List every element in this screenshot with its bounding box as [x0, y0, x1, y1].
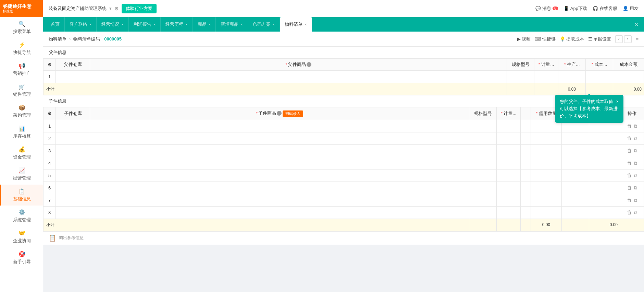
child-row-6-product[interactable]	[90, 182, 469, 194]
parent-product-info-icon[interactable]: i	[307, 62, 311, 67]
tooltip-close-button[interactable]: ×	[616, 98, 619, 105]
child-row-2-spec[interactable]	[469, 132, 497, 144]
parent-row-1-cost[interactable]	[586, 71, 613, 83]
single-settings-button[interactable]: ☰ 单据设置	[588, 36, 611, 42]
child-row-6-spec[interactable]	[469, 182, 497, 194]
nav-prev[interactable]: ‹	[615, 35, 623, 43]
child-row-4-product[interactable]	[90, 157, 469, 169]
child-row-3-product[interactable]	[90, 144, 469, 157]
child-row-2-qty[interactable]	[531, 132, 562, 144]
sidebar-item-basic[interactable]: 📋 基础信息	[0, 185, 43, 206]
try-button[interactable]: 体验行业方案	[122, 4, 157, 13]
parent-row-1-prod[interactable]	[558, 71, 586, 83]
child-row-7-unit[interactable]	[497, 194, 521, 206]
child-row-2-product[interactable]	[90, 132, 469, 144]
sidebar-item-inventory[interactable]: 📊 库存核算	[0, 122, 43, 143]
child-row-2-warehouse[interactable]	[56, 132, 90, 144]
child-row-7-product[interactable]	[90, 194, 469, 206]
shortcut-button[interactable]: ⌨ 快捷键	[535, 36, 556, 42]
nav-next[interactable]: ›	[624, 35, 632, 43]
child-row-4-spec[interactable]	[469, 157, 497, 169]
delete-icon-8[interactable]: 🗑	[627, 210, 632, 215]
sidebar-item-management[interactable]: 📈 经营管理	[0, 164, 43, 185]
user-menu[interactable]: 👤 用友	[623, 5, 639, 12]
child-row-6-unit[interactable]	[497, 182, 521, 194]
tab-bom-close[interactable]: ×	[305, 22, 307, 26]
child-row-7-spec[interactable]	[469, 194, 497, 206]
child-row-3-price[interactable]	[562, 144, 589, 157]
delete-icon-4[interactable]: 🗑	[627, 160, 632, 166]
copy-icon-1[interactable]: ⧉	[634, 123, 637, 129]
child-row-7-price[interactable]	[562, 194, 589, 206]
child-row-2-unit[interactable]	[497, 132, 521, 144]
tab-new-goods[interactable]: 新增商品 ×	[216, 17, 248, 32]
tab-history-close[interactable]: ×	[185, 22, 187, 26]
child-row-3-qty[interactable]	[531, 144, 562, 157]
child-row-8-price[interactable]	[562, 206, 589, 219]
child-row-8-spec[interactable]	[469, 206, 497, 219]
child-row-4-price[interactable]	[562, 157, 589, 169]
child-row-1-spec[interactable]	[469, 120, 497, 132]
child-row-2-price[interactable]	[562, 132, 589, 144]
tab-customer[interactable]: 客户联络 ×	[65, 17, 97, 32]
child-row-7-warehouse[interactable]	[56, 194, 90, 206]
child-row-3-spec[interactable]	[469, 144, 497, 157]
child-gear-icon[interactable]: ⚙	[48, 111, 52, 116]
child-row-4-unit[interactable]	[497, 157, 521, 169]
child-row-4-warehouse[interactable]	[56, 157, 90, 169]
tab-operation[interactable]: 经营情况 ×	[97, 17, 128, 32]
tab-new-goods-close[interactable]: ×	[240, 22, 243, 26]
tab-customer-close[interactable]: ×	[89, 22, 91, 26]
grid-view-icon[interactable]: ≡	[636, 36, 639, 42]
sidebar-item-system[interactable]: ⚙️ 系统管理	[0, 206, 43, 226]
tab-barcode[interactable]: 条码方案 ×	[248, 17, 280, 32]
sidebar-item-collab[interactable]: 🤝 企业协同	[0, 226, 43, 247]
dropdown-arrow-icon[interactable]: ▾	[109, 6, 112, 11]
sidebar-item-search[interactable]: 🔍 搜索菜单	[0, 17, 43, 38]
delete-icon-3[interactable]: 🗑	[627, 148, 632, 153]
online-service-button[interactable]: 🎧 在线客服	[593, 5, 617, 12]
view-button[interactable]: ▶ 视频	[517, 36, 531, 42]
sidebar-item-marketing[interactable]: 📢 营销推广	[0, 59, 43, 80]
child-row-6-qty[interactable]	[531, 182, 562, 194]
settings-icon[interactable]: ⚙	[114, 6, 119, 11]
sidebar-item-finance[interactable]: 💰 资金管理	[0, 143, 43, 164]
parent-row-1-unit[interactable]	[534, 71, 558, 83]
child-row-6-price[interactable]	[562, 182, 589, 194]
delete-icon-6[interactable]: 🗑	[627, 185, 632, 190]
child-row-7-qty[interactable]	[531, 194, 562, 206]
child-row-1-product[interactable]	[90, 120, 469, 132]
child-row-8-product[interactable]	[90, 206, 469, 219]
gear-settings-icon[interactable]: ⚙	[48, 62, 52, 67]
child-row-3-warehouse[interactable]	[56, 144, 90, 157]
tab-goods-close[interactable]: ×	[209, 22, 211, 26]
child-row-3-unit[interactable]	[497, 144, 521, 157]
child-row-8-warehouse[interactable]	[56, 206, 90, 219]
tab-close-all[interactable]: ✕	[631, 21, 641, 28]
parent-row-1-warehouse[interactable]	[56, 71, 90, 83]
child-row-1-warehouse[interactable]	[56, 120, 90, 132]
sidebar-item-purchase[interactable]: 📦 采购管理	[0, 101, 43, 122]
tab-profit-close[interactable]: ×	[153, 22, 156, 26]
message-button[interactable]: 💬 消息 6	[535, 5, 558, 12]
tab-bom[interactable]: 物料清单 ×	[280, 17, 312, 32]
copy-icon-2[interactable]: ⧉	[634, 136, 637, 141]
delete-icon-2[interactable]: 🗑	[627, 136, 632, 141]
child-row-5-warehouse[interactable]	[56, 169, 90, 182]
tab-history[interactable]: 经营历程 ×	[161, 17, 193, 32]
child-row-5-product[interactable]	[90, 169, 469, 182]
tab-goods[interactable]: 商品 ×	[193, 17, 216, 32]
child-row-4-qty[interactable]	[531, 157, 562, 169]
parent-row-1-spec[interactable]	[507, 71, 534, 83]
tab-profit[interactable]: 利润报告 ×	[129, 17, 161, 32]
child-row-8-qty[interactable]	[531, 206, 562, 219]
child-row-5-unit[interactable]	[497, 169, 521, 182]
copy-icon-5[interactable]: ⧉	[634, 173, 637, 178]
child-product-info-icon[interactable]: i	[277, 111, 282, 116]
copy-icon-6[interactable]: ⧉	[634, 185, 637, 191]
copy-icon-4[interactable]: ⧉	[634, 160, 637, 166]
delete-icon-1[interactable]: 🗑	[627, 123, 632, 129]
tab-operation-close[interactable]: ×	[121, 22, 123, 26]
tab-barcode-close[interactable]: ×	[273, 22, 275, 26]
sidebar-item-sales[interactable]: 🛒 销售管理	[0, 80, 43, 101]
